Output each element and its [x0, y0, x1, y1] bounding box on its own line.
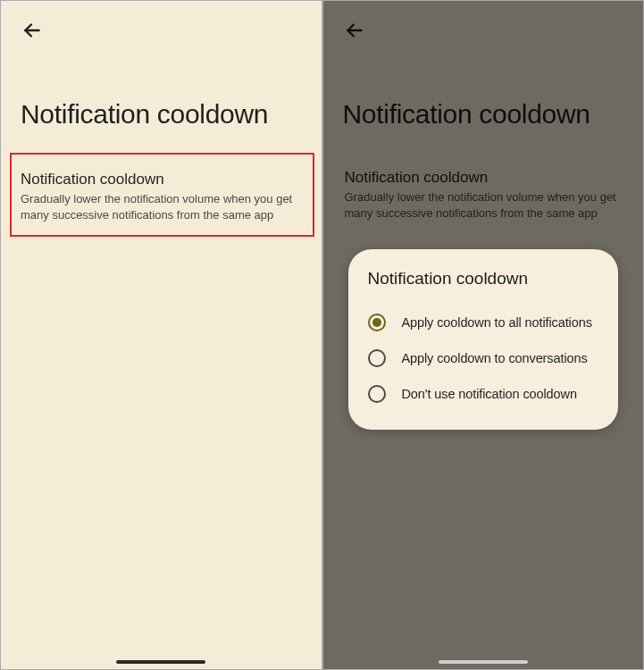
setting-description: Gradually lower the notification volume …	[21, 191, 304, 222]
radio-label: Apply cooldown to all notifications	[402, 315, 592, 330]
setting-notification-cooldown[interactable]: Notification cooldown Gradually lower th…	[10, 153, 314, 237]
nav-handle[interactable]	[439, 660, 528, 664]
page-title: Notification cooldown	[21, 99, 268, 130]
radio-icon	[368, 385, 386, 403]
notification-cooldown-dialog: Notification cooldown Apply cooldown to …	[348, 249, 619, 430]
arrow-left-icon	[21, 29, 44, 45]
radio-option-dont-use[interactable]: Don't use notification cooldown	[368, 376, 599, 412]
setting-title: Notification cooldown	[21, 171, 304, 188]
phone-screen-right: Notification cooldown Notification coold…	[322, 0, 645, 670]
nav-handle[interactable]	[116, 660, 205, 664]
phone-screen-left: Notification cooldown Notification coold…	[0, 0, 322, 670]
radio-option-conversations[interactable]: Apply cooldown to conversations	[368, 340, 599, 376]
radio-icon	[368, 349, 386, 367]
radio-label: Apply cooldown to conversations	[402, 351, 588, 365]
radio-icon	[368, 314, 386, 331]
radio-option-all[interactable]: Apply cooldown to all notifications	[368, 305, 599, 340]
radio-label: Don't use notification cooldown	[402, 387, 577, 401]
back-button[interactable]	[21, 19, 44, 42]
dialog-title: Notification cooldown	[368, 269, 599, 289]
